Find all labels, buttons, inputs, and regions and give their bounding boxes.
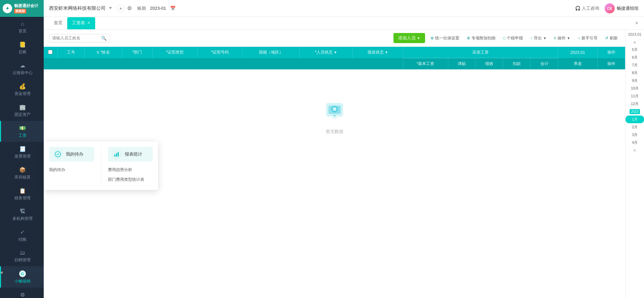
th-year-col: 2023.01 [558,47,597,58]
sidebar-item-archive[interactable]: 🗂 归档管理 [0,246,44,266]
special-deduct-action[interactable]: ⊕ 专项附加扣除 [465,34,498,42]
export-label: 导出 [534,35,542,41]
timeline-year-display: 2023.01 [628,32,642,36]
sidebar-item-invoice[interactable]: 🧾 发票管理 [0,142,44,163]
sidebar-item-cloud-report[interactable]: ☁ 云报表中心 [0,58,44,79]
th-salary-group: 应发工资 [403,47,558,58]
search-icon[interactable]: 🔍 [101,36,107,41]
popup-item-cost-trend[interactable]: 费用趋势分析 [108,165,153,175]
sidebar-item-ledger[interactable]: 📒 总账 [0,37,44,58]
tax-icon: 📋 [19,188,26,194]
tab-close-icon[interactable]: ✕ [87,21,90,25]
settlement-icon: ✓ [20,229,25,235]
timeline-month-5[interactable]: 5月 [626,46,644,54]
sidebar-label-inventory: 库存核算 [14,174,31,180]
popup-todo-icon [52,149,63,160]
salary-table: 工号 ⇅ *姓名 *部门 *证照类型 *证照号码 国籍（地区） *人员状态 ▼ [44,47,625,69]
timeline-month-12[interactable]: 12月 [626,100,644,108]
th-status: *人员状态 ▼ [299,47,352,58]
sidebar: ✦ 畅捷通好会计 旗舰版 ⌂ 首页 📒 总账 ☁ 云报表中心 💰 资金管理 🏢 … [0,0,44,298]
sidebar-label-finance: 资金管理 [14,91,31,97]
popup-item-dept-cost[interactable]: 部门费用类型统计表 [108,175,153,185]
close-all-icon[interactable]: ✕ [635,21,639,26]
sidebar-label-tax: 税务管理 [14,195,31,201]
export-action[interactable]: ↑ 导出 ▼ [528,34,548,42]
add-company-button[interactable]: + [117,5,124,12]
th-id-type: *证照类型 [152,47,197,58]
popup-divider [101,147,101,185]
timeline-nav-up[interactable]: ▲ [631,38,639,46]
tab-salary-table[interactable]: 工资表 ✕ [67,17,95,29]
tab-close-all[interactable]: ✕ [635,21,639,26]
sidebar-item-tax[interactable]: 📋 税务管理 [0,184,44,204]
operate-action[interactable]: ≡ 操作 ▼ [552,34,572,42]
export-icon: ↑ [530,36,532,40]
timeline-month-1[interactable]: 1月 [626,115,644,123]
th-report-status: 报送状态 ▼ [352,47,403,58]
toolbar-right: 添加人员 ▼ ⊕ 统一社保设置 ⊕ 专项附加扣除 □ 个税申报 [393,33,620,43]
sidebar-item-home[interactable]: ⌂ 首页 [0,17,44,37]
sidebar-item-xiaochang[interactable]: G 小畅报销 ◀ [0,266,44,288]
logo-icon: ✦ [3,4,12,13]
ledger-icon: 📒 [19,41,26,48]
sidebar-item-settlement[interactable]: ✓ 结账 [0,225,44,246]
timeline-month-8[interactable]: 8月 [626,69,644,77]
sidebar-item-fixed-assets[interactable]: 🏢 固定资产 [0,100,44,121]
timeline-month-3[interactable]: 3月 [626,131,644,139]
timeline-month-2[interactable]: 2月 [626,123,644,131]
th-checkbox[interactable] [44,47,57,58]
sidebar-item-finance[interactable]: 💰 资金管理 [0,79,44,100]
add-person-button[interactable]: 添加人员 ▼ [393,33,425,43]
timeline-month-11[interactable]: 11月 [626,92,644,100]
logo-text: 畅捷通好会计 [14,3,38,8]
timeline-month-9[interactable]: 9月 [626,77,644,85]
table-sub-header-row: *基本工资 津贴 绩效 扣款 合计 养老 操作 [44,58,625,70]
user-menu[interactable]: CE 畅捷通组组 [605,3,639,13]
sidebar-item-inventory[interactable]: 📦 库存核算 [0,163,44,184]
report-filter-icon[interactable]: ▼ [385,51,388,54]
company-dropdown-icon[interactable]: ▼ [108,5,114,11]
settings-button[interactable]: ⚙ [127,5,132,11]
cloud-icon: ☁ [20,62,25,69]
popup-stats-icon [111,149,122,160]
timeline-month-10[interactable]: 10月 [626,85,644,92]
sidebar-nav: ⌂ 首页 📒 总账 ☁ 云报表中心 💰 资金管理 🏢 固定资产 💵 工资 🧾 发… [0,17,44,298]
empty-text: 暂无数据 [326,129,343,135]
calendar-icon[interactable]: 📅 [170,6,176,11]
tax-report-label: 个税申报 [507,35,523,41]
popup-todo-title: 我的待办 [66,151,83,157]
new-guide-label: 新手引导 [581,35,598,41]
sort-icon[interactable]: ⇅ [97,51,99,54]
timeline-year-badge: 2023 [630,109,640,114]
service-button[interactable]: 🎧 人工咨询 [575,5,599,11]
sidebar-item-basic-settings[interactable]: ⚙ 基础设置 [0,288,44,298]
social-security-action[interactable]: ⊕ 统一社保设置 [428,34,461,42]
sidebar-label-home: 首页 [18,28,27,34]
tab-home[interactable]: 首页 [49,17,67,29]
popup-col-header-stats: 报表统计 [108,147,153,162]
select-all-checkbox[interactable] [48,50,52,54]
popup-item-my-todo[interactable]: 我的待办 [49,165,94,175]
company-name: 西安虾米网络科技有限公司 [49,5,106,11]
toolbar: 🔍 添加人员 ▼ ⊕ 统一社保设置 ⊕ 专项附加扣除 [44,30,625,47]
social-security-label: 统一社保设置 [435,35,459,41]
timeline-nav-down[interactable]: ▼ [631,146,639,155]
sidebar-label-settlement: 结账 [18,237,27,242]
filter-icon[interactable]: ▼ [334,51,337,54]
refresh-action[interactable]: ↺ 刷新 [603,34,620,42]
timeline-month-4[interactable]: 4月 [626,139,644,146]
sidebar-item-multi-org[interactable]: 🏗 多机构管理 [0,204,44,225]
tab-salary-label: 工资表 [72,20,85,26]
sidebar-label-multi-org: 多机构管理 [12,216,33,222]
tax-report-action[interactable]: □ 个税申报 [501,34,525,42]
th-performance: 绩效 [476,58,503,70]
timeline-panel: 2023.01 ▲ 5月 6月 7月 8月 9月 10月 11月 12月 202… [625,30,644,298]
new-guide-action[interactable]: ○ 新手引导 [576,34,600,42]
timeline-month-6[interactable]: 6月 [626,54,644,61]
operate-icon: ≡ [554,36,556,40]
search-input[interactable] [52,36,99,40]
sidebar-item-salary[interactable]: 💵 工资 [0,121,44,142]
timeline-month-7[interactable]: 7月 [626,61,644,69]
app-logo: ✦ 畅捷通好会计 旗舰版 [0,0,44,17]
header-right: 🎧 人工咨询 CE 畅捷通组组 [575,3,639,13]
